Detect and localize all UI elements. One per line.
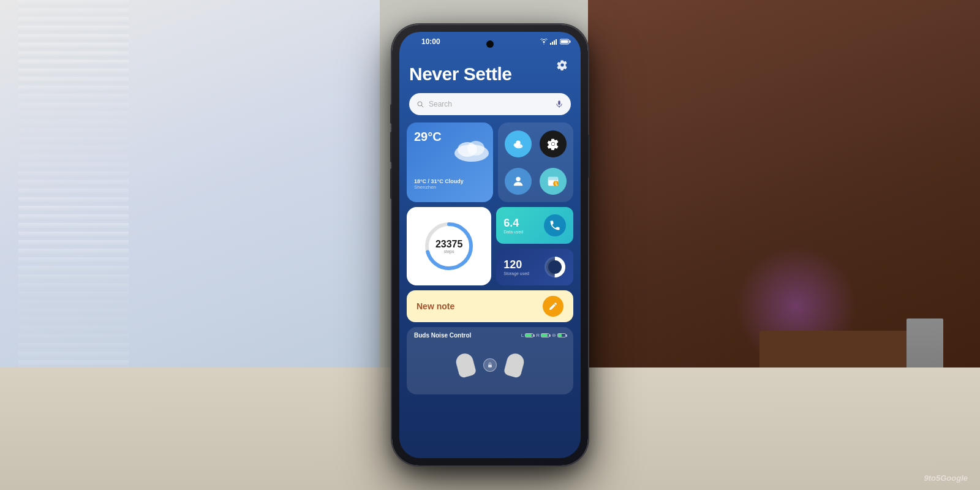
right-bat-bar xyxy=(541,333,549,337)
blind-slat xyxy=(18,77,129,85)
data-value: 6.4 xyxy=(503,217,523,230)
mini-widgets: 6.4 Data used 1 xyxy=(496,207,573,285)
blind-slat xyxy=(18,163,129,170)
search-icon xyxy=(417,100,424,108)
blind-slat xyxy=(18,0,129,7)
svg-point-18 xyxy=(516,176,520,181)
app-icon-weather[interactable] xyxy=(505,130,532,157)
note-text: New note xyxy=(417,301,454,311)
blind-slat xyxy=(18,266,129,273)
buds-header: Buds Noise Control L R ⊖ xyxy=(407,327,573,344)
watermark: 9to5Google xyxy=(924,473,968,483)
volume-up-button xyxy=(390,132,392,162)
steps-widget[interactable]: 23375 steps xyxy=(407,207,491,285)
case-label: ⊖ xyxy=(552,333,556,338)
blind-slat xyxy=(18,103,129,110)
bud-center-button[interactable] xyxy=(483,358,497,372)
blind-slat xyxy=(18,197,129,205)
buds-battery-status: L R ⊖ xyxy=(521,333,566,338)
phone-body: 10:00 xyxy=(392,24,588,466)
svg-rect-20 xyxy=(548,176,559,180)
blind-slat xyxy=(18,214,129,222)
buds-visual xyxy=(407,344,573,386)
settings-icon xyxy=(547,138,559,150)
blind-slat xyxy=(18,206,129,213)
data-used-widget[interactable]: 6.4 Data used xyxy=(496,207,573,244)
svg-point-17 xyxy=(552,142,555,145)
weather-info: 18°C / 31°C Cloudy Shenzhen xyxy=(414,178,464,190)
cloud-sun-icon xyxy=(511,137,525,151)
silent-switch xyxy=(390,104,392,124)
blind-slat xyxy=(18,180,129,187)
storage-info: 120 Storage used xyxy=(503,258,529,276)
blind-slat xyxy=(18,352,129,359)
app-icon-contacts[interactable] xyxy=(505,168,532,195)
svg-line-8 xyxy=(421,105,423,107)
blind-slat xyxy=(18,129,129,136)
blind-slat xyxy=(18,111,129,119)
power-button xyxy=(588,135,590,178)
search-bar[interactable]: Search xyxy=(409,93,571,115)
blind-slat xyxy=(18,9,129,16)
gear-icon xyxy=(557,59,568,70)
steps-count: 23375 steps xyxy=(435,239,463,254)
blind-slat xyxy=(18,51,129,59)
blind-slat xyxy=(18,223,129,230)
svg-rect-9 xyxy=(558,100,560,105)
blind-slat xyxy=(18,154,129,162)
app-icon-settings[interactable] xyxy=(540,130,567,157)
data-label: Data used xyxy=(503,230,523,234)
weather-city: Shenzhen xyxy=(414,184,464,190)
weather-cloud xyxy=(450,135,487,159)
note-edit-button[interactable] xyxy=(543,296,564,317)
blind-slat xyxy=(18,189,129,196)
person-icon xyxy=(511,175,525,188)
blind-slat xyxy=(18,34,129,42)
search-input[interactable]: Search xyxy=(429,100,550,108)
apps-widget xyxy=(498,123,573,202)
settings-button[interactable] xyxy=(554,56,571,74)
status-time: 10:00 xyxy=(421,37,440,46)
blind-slat xyxy=(18,17,129,24)
left-bat-bar xyxy=(525,333,533,337)
svg-rect-6 xyxy=(561,40,568,43)
blind-slat xyxy=(18,43,129,50)
blind-slat xyxy=(18,69,129,76)
battery-icon xyxy=(560,39,571,45)
widget-row-2: 23375 steps 6.4 Data used xyxy=(407,207,573,285)
status-icons xyxy=(540,39,571,45)
app-icon-calendar[interactable] xyxy=(540,168,567,195)
right-bud xyxy=(503,352,526,379)
blind-slat xyxy=(18,309,129,316)
mic-icon[interactable] xyxy=(555,100,564,108)
blind-slat xyxy=(18,292,129,299)
home-title: Never Settle xyxy=(409,64,511,85)
storage-label: Storage used xyxy=(503,271,529,276)
svg-rect-2 xyxy=(554,40,555,45)
right-label: R xyxy=(536,333,540,338)
left-bud xyxy=(454,352,477,379)
buds-noise-control-widget[interactable]: Buds Noise Control L R ⊖ xyxy=(407,327,573,394)
blind-slat xyxy=(18,146,129,153)
storage-value: 120 xyxy=(503,258,529,271)
right-bud-battery: R xyxy=(536,333,549,338)
blind-slat xyxy=(18,274,129,282)
svg-rect-0 xyxy=(550,43,551,45)
blind-slat xyxy=(18,343,129,350)
wifi-icon xyxy=(540,39,548,45)
camera-hole xyxy=(486,40,494,48)
weather-widget[interactable]: 29°C 18°C / 31°C Cloudy Shenzhen xyxy=(407,123,493,202)
phone-screen: 10:00 xyxy=(399,32,581,458)
blind-slat xyxy=(18,249,129,256)
weather-range: 18°C / 31°C Cloudy xyxy=(414,178,464,184)
storage-widget[interactable]: 120 Storage used xyxy=(496,249,573,285)
left-label: L xyxy=(521,333,524,338)
widget-row-1: 29°C 18°C / 31°C Cloudy Shenzhen xyxy=(407,123,573,202)
steps-number: 23375 xyxy=(435,239,463,249)
blind-slat xyxy=(18,257,129,265)
left-bud-battery: L xyxy=(521,333,533,338)
phone: 10:00 xyxy=(392,24,588,466)
widgets-area: 29°C 18°C / 31°C Cloudy Shenzhen xyxy=(407,123,573,453)
note-widget[interactable]: New note xyxy=(407,290,573,322)
blind-slat xyxy=(18,94,129,102)
